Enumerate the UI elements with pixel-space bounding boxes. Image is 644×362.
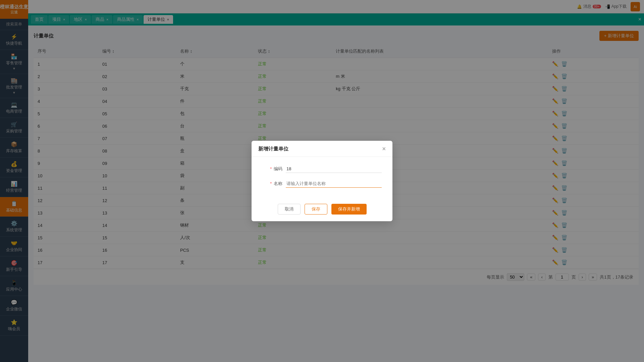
- name-input[interactable]: [286, 180, 382, 188]
- modal-title: 新增计量单位: [258, 146, 288, 152]
- modal-overlay[interactable]: 新增计量单位 × * 编码 * 名称 取消 保存 保存并新增: [0, 0, 644, 362]
- code-label: * 编码: [262, 166, 282, 172]
- modal-header: 新增计量单位 ×: [252, 141, 392, 157]
- name-label-text: 名称: [274, 181, 282, 186]
- name-label: * 名称: [262, 181, 282, 187]
- save-and-new-button[interactable]: 保存并新增: [331, 204, 367, 215]
- save-button[interactable]: 保存: [305, 204, 327, 215]
- add-unit-modal: 新增计量单位 × * 编码 * 名称 取消 保存 保存并新增: [252, 141, 392, 221]
- code-required-mark: *: [270, 166, 272, 171]
- modal-footer: 取消 保存 保存并新增: [252, 200, 392, 221]
- name-form-row: * 名称: [262, 180, 382, 188]
- cancel-button[interactable]: 取消: [278, 204, 301, 215]
- modal-close-btn[interactable]: ×: [382, 145, 386, 153]
- name-required-mark: *: [270, 181, 272, 186]
- modal-body: * 编码 * 名称: [252, 157, 392, 200]
- code-input[interactable]: [286, 165, 382, 173]
- code-label-text: 编码: [274, 166, 282, 171]
- code-form-row: * 编码: [262, 165, 382, 173]
